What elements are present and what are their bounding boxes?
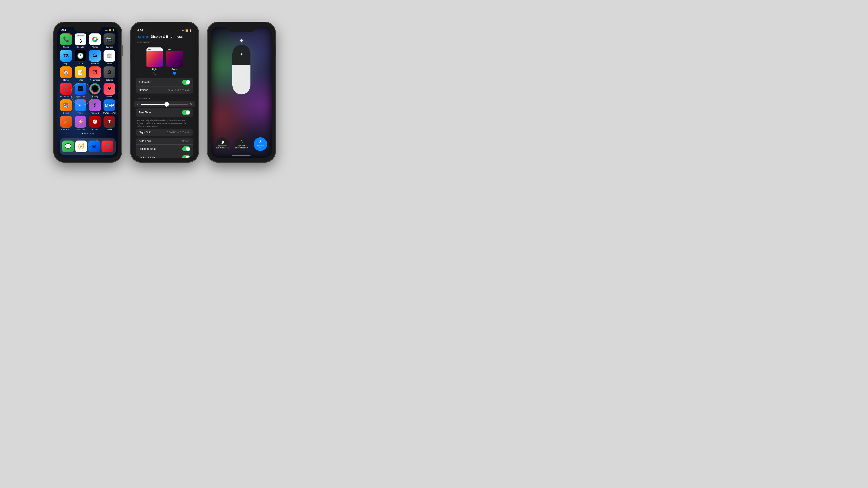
podcasts-icon[interactable]: 🎙 (89, 99, 101, 111)
app-item-reminders[interactable]: ☑ Reminders (89, 66, 101, 81)
night-shift-row[interactable]: Night Shift 10:00 PM to 7:00 AM › (136, 129, 193, 136)
app-item-atbat[interactable]: ⚾ At Bat (89, 116, 101, 131)
vol-down-btn[interactable] (130, 54, 131, 61)
app-item-camera[interactable]: 📷 Camera (103, 33, 116, 48)
light-mode-option[interactable]: 9:41 Light (147, 47, 163, 75)
cc-power-btn[interactable] (275, 45, 276, 56)
calendar-icon[interactable]: MONDAY 3 (74, 33, 86, 45)
things-label: Things (77, 112, 84, 114)
app-item-shortcuts[interactable]: ⚡ Shortcuts (74, 116, 87, 131)
myfitpal-label: MyFitnessPal (103, 112, 116, 114)
app-item-notes[interactable]: 📝 Notes (74, 66, 87, 81)
dark-mode-option[interactable]: 9:41 Dark (166, 47, 183, 75)
light-label: Light (152, 68, 157, 71)
app-item-home[interactable]: 🏠 Home (60, 66, 72, 81)
phone-icon[interactable]: 📞 27 (60, 33, 72, 45)
maps-icon[interactable]: 🗺 (60, 50, 72, 62)
app-item-myfitpal[interactable]: MFP MyFitnessPal (103, 99, 116, 114)
volume-down-button[interactable] (53, 54, 54, 61)
photos-icon[interactable] (89, 33, 101, 45)
books-icon[interactable]: 📚 (60, 99, 72, 111)
dark-wallpaper (166, 51, 183, 67)
power-button[interactable] (122, 45, 123, 56)
health-icon[interactable]: ❤ (103, 83, 115, 95)
books-label: Books (63, 112, 69, 114)
reminders-icon[interactable]: ☑ (89, 66, 101, 78)
cc-appearance-button[interactable]: ◑ AppearanceDark Until 7:00 AM (216, 137, 229, 151)
settings-page-title: Display & Brightness (150, 35, 184, 38)
power-btn[interactable] (198, 45, 199, 56)
app-item-carrot[interactable]: 🥕 CARROT° (60, 116, 72, 131)
clock-icon[interactable]: 🕐 (74, 50, 86, 62)
night-shift-label: Night ShiftOff Until 10:00 PM (235, 145, 248, 149)
app-item-settings[interactable]: ⚙ Settings (103, 66, 116, 81)
dock-mail[interactable]: ✉ 10,510 (88, 140, 100, 152)
appearance-icon: ◑ (221, 139, 224, 144)
itunes-label: iTunes Store (60, 95, 72, 98)
app-item-tesla[interactable]: T Tesla (103, 116, 116, 131)
svg-point-0 (94, 38, 96, 40)
raise-to-wake-row[interactable]: Raise to Wake (136, 144, 193, 153)
vol-up-btn[interactable] (130, 45, 131, 52)
cc-night-shift-button[interactable]: ☽ Night ShiftOff Until 10:00 PM (235, 137, 248, 151)
app-item-calendar[interactable]: MONDAY 3 Calendar (74, 33, 87, 48)
news-icon[interactable]: 📰 (103, 50, 115, 62)
phone-home: 6:54 ▪▪▪ 📶 🔋 📞 27 Phone (54, 22, 122, 162)
cc-controls: ◑ AppearanceDark Until 7:00 AM ☽ Night S… (213, 137, 270, 151)
app-item-weather[interactable]: 🌤 Weather (89, 50, 101, 65)
sun-bright-icon: ☀ (189, 102, 193, 106)
shortcuts-icon[interactable]: ⚡ (74, 116, 86, 128)
automatic-toggle[interactable] (182, 80, 190, 85)
notes-icon[interactable]: 📝 (74, 66, 86, 78)
app-item-photos[interactable]: Photos (89, 33, 101, 48)
automatic-row[interactable]: Automatic (136, 78, 193, 87)
settings-icon[interactable]: ⚙ (103, 66, 115, 78)
light-radio[interactable] (153, 72, 156, 75)
carrot-icon[interactable]: 🥕 (60, 116, 72, 128)
app-item-podcasts[interactable]: 🎙 Podcasts (89, 99, 101, 114)
cc-true-tone-button[interactable]: ☀ True ToneOn (254, 137, 267, 151)
app-item-health[interactable]: ❤ Health (103, 83, 116, 98)
dock-music[interactable]: 🎵 (101, 140, 113, 152)
settings-back-button[interactable]: ‹ Settings (136, 35, 149, 38)
lock-unlock-row[interactable]: Lock / Unlock (136, 153, 193, 158)
dock-messages[interactable]: 💬 (62, 140, 74, 152)
brightness-thumb[interactable] (164, 102, 169, 107)
brightness-sun-icon: ✦ (240, 52, 243, 57)
myfitpal-icon[interactable]: MFP (103, 99, 115, 111)
night-shift-chevron: › (190, 131, 190, 133)
true-tone-toggle[interactable] (182, 110, 190, 115)
phone-control-center: ✦ ✦ ◑ AppearanceDark Until 7:00 AM (208, 22, 275, 162)
auto-lock-row[interactable]: Auto-Lock Never › (136, 138, 193, 144)
true-tone-row[interactable]: True Tone (136, 108, 193, 117)
cc-buttons-row: ◑ AppearanceDark Until 7:00 AM ☽ Night S… (213, 137, 270, 151)
appearance-section-label: APPEARANCE (134, 39, 195, 44)
app-item-phone[interactable]: 📞 27 Phone (60, 33, 72, 48)
dock-safari[interactable]: 🧭 (75, 140, 87, 152)
options-row[interactable]: Options Dark Until 7:00 AM › (136, 87, 193, 94)
home-icon[interactable]: 🏠 (60, 66, 72, 78)
dark-radio[interactable] (173, 72, 176, 75)
app-item-maps[interactable]: 🗺 Maps (60, 50, 72, 65)
app-item-clock[interactable]: 🕐 Clock (74, 50, 87, 65)
camera-icon[interactable]: 📷 (103, 33, 115, 45)
mail-badge: 10,510 (96, 140, 100, 141)
itunes-icon[interactable]: 🎵 (60, 83, 72, 95)
silent-switch[interactable] (53, 38, 54, 42)
brightness-track[interactable] (141, 104, 188, 105)
dot-4 (90, 133, 91, 134)
brightness-widget[interactable]: ✦ (232, 45, 250, 94)
night-shift-icon: ☽ (240, 139, 243, 144)
atbat-icon[interactable]: ⚾ (89, 116, 101, 128)
app-grid: 📞 27 Phone MONDAY 3 Calenda (57, 33, 119, 131)
tesla-icon[interactable]: T (103, 116, 115, 128)
reminders-label: Reminders (90, 79, 100, 81)
raise-to-wake-toggle[interactable] (182, 147, 190, 151)
weather-icon[interactable]: 🌤 (89, 50, 101, 62)
app-item-news[interactable]: 📰 News (103, 50, 116, 65)
brightness-slider[interactable]: ☀ ☀ (134, 101, 195, 107)
phone-label: Phone (63, 46, 69, 48)
lock-unlock-toggle[interactable] (182, 155, 190, 158)
app-item-books[interactable]: 📚 Books (60, 99, 72, 114)
volume-up-button[interactable] (53, 45, 54, 52)
